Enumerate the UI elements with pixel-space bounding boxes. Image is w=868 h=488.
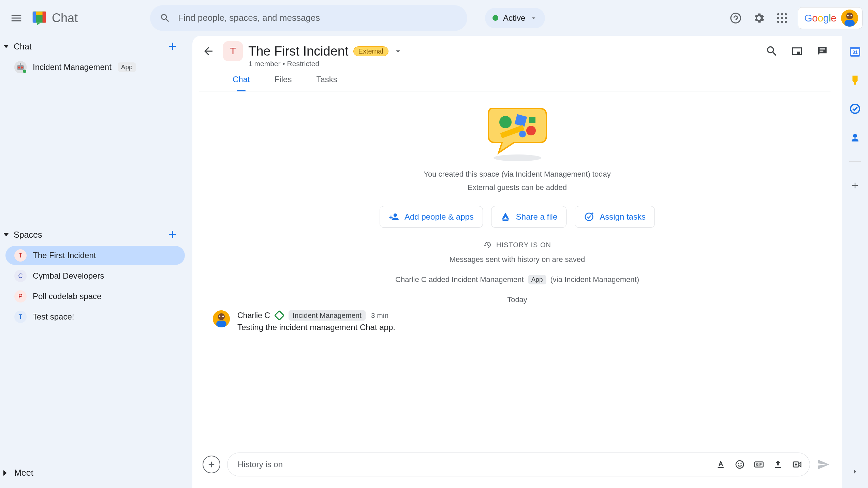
space-item-test[interactable]: T Test space! (5, 307, 185, 326)
svg-marker-4 (37, 23, 41, 25)
svg-point-11 (777, 20, 779, 23)
thread-panel-button[interactable] (814, 43, 830, 59)
chevron-right-icon (851, 467, 859, 476)
message-header: Charlie C Incident Management 3 min (237, 310, 828, 321)
intro-actions: Add people & apps Share a file Assign ta… (380, 206, 655, 228)
svg-point-30 (519, 131, 526, 137)
svg-point-13 (785, 20, 787, 23)
chat-message: Charlie C Incident Management 3 min Test… (192, 304, 842, 332)
svg-point-7 (785, 13, 787, 15)
app-badge: App (528, 275, 546, 284)
tab-chat[interactable]: Chat (233, 75, 250, 91)
message-text: Testing the incident management Chat app… (237, 323, 828, 332)
keep-icon (849, 74, 861, 86)
upload-icon (773, 459, 783, 470)
video-meet-button[interactable] (791, 459, 803, 470)
composer-input[interactable] (237, 459, 715, 470)
app-layout: Chat + Incident Management App Spaces + … (0, 36, 868, 488)
svg-rect-51 (854, 83, 856, 85)
message-timestamp: 3 min (371, 311, 388, 320)
message-avatar[interactable] (213, 310, 230, 327)
space-title-button[interactable]: The First Incident External (248, 44, 403, 59)
history-indicator: HISTORY IS ON (483, 241, 551, 249)
pip-icon (791, 45, 804, 58)
svg-point-53 (853, 134, 857, 138)
rail-addons[interactable] (848, 179, 862, 192)
chevron-down-icon (530, 14, 538, 22)
chat-item-incident-management[interactable]: Incident Management App (5, 58, 185, 77)
search-icon (765, 45, 778, 58)
svg-point-26 (499, 116, 512, 128)
svg-point-39 (222, 315, 224, 317)
rail-keep[interactable] (848, 73, 862, 87)
meet-section-label: Meet (14, 468, 33, 478)
svg-rect-37 (216, 321, 226, 327)
spaces-section-label: Spaces (14, 230, 42, 240)
send-button[interactable] (817, 458, 830, 471)
space-avatar: T (223, 41, 243, 61)
app-name: Chat (52, 11, 78, 25)
main-panel: T The First Incident External 1 member •… (192, 36, 842, 488)
contacts-icon (850, 132, 860, 143)
space-subtitle: 1 member • Restricted (248, 60, 830, 68)
svg-point-24 (23, 70, 26, 73)
help-button[interactable] (725, 7, 747, 29)
share-file-label: Share a file (516, 212, 557, 222)
tab-files[interactable]: Files (275, 75, 292, 91)
caret-right-icon (3, 470, 10, 476)
main-wrap: T The First Incident External 1 member •… (192, 36, 868, 488)
chat-logo[interactable]: Chat (31, 10, 78, 26)
apps-button[interactable] (771, 7, 793, 29)
system-message: Charlie C added Incident Management App … (395, 275, 639, 284)
svg-point-18 (851, 15, 852, 16)
google-logo: Google (804, 12, 836, 24)
rail-calendar[interactable]: 31 (848, 45, 862, 58)
rail-collapse-button[interactable] (848, 465, 862, 478)
svg-point-36 (218, 313, 225, 320)
svg-point-41 (738, 463, 739, 464)
search-input[interactable] (177, 12, 458, 24)
message-composer[interactable]: GIF (227, 453, 810, 476)
space-item-cymbal[interactable]: C Cymbal Developers (5, 266, 185, 285)
picture-in-picture-button[interactable] (789, 43, 805, 59)
chat-section-header[interactable]: Chat + (1, 36, 189, 57)
spaces-section-header[interactable]: Spaces + (1, 224, 189, 245)
share-file-button[interactable]: Share a file (491, 206, 567, 228)
settings-button[interactable] (748, 7, 770, 29)
app-badge: App (118, 62, 136, 72)
gif-button[interactable]: GIF (753, 459, 765, 470)
message-author[interactable]: Charlie C (237, 311, 270, 320)
space-item-first-incident[interactable]: T The First Incident (5, 246, 185, 265)
space-item-poll[interactable]: P Poll codelab space (5, 287, 185, 306)
new-space-button[interactable]: + (164, 227, 181, 242)
svg-point-5 (777, 13, 779, 15)
main-menu-button[interactable] (5, 7, 27, 29)
space-search-button[interactable] (764, 43, 780, 59)
google-account-button[interactable]: Google (798, 7, 863, 29)
emoji-button[interactable] (734, 459, 746, 470)
bot-avatar-icon (14, 61, 27, 73)
composer-add-button[interactable] (203, 456, 220, 473)
format-button[interactable] (715, 459, 726, 470)
status-label: Active (503, 13, 525, 23)
search-bar[interactable] (150, 5, 467, 31)
add-people-button[interactable]: Add people & apps (380, 206, 483, 228)
upload-button[interactable] (772, 459, 784, 470)
svg-point-9 (781, 17, 783, 19)
rail-tasks[interactable] (848, 102, 862, 116)
meet-section-header[interactable]: Meet (1, 461, 189, 488)
space-avatar-icon: T (14, 311, 27, 323)
composer-toolbar: GIF (715, 459, 803, 470)
status-selector[interactable]: Active (485, 8, 545, 28)
new-chat-button[interactable]: + (164, 39, 181, 54)
rail-contacts[interactable] (848, 131, 862, 144)
space-name: The First Incident (248, 44, 349, 59)
help-icon (729, 12, 742, 25)
assign-tasks-button[interactable]: Assign tasks (575, 206, 655, 228)
history-title: HISTORY IS ON (496, 241, 551, 249)
plus-icon (207, 460, 216, 469)
tab-tasks[interactable]: Tasks (316, 75, 337, 91)
back-button[interactable] (199, 42, 218, 60)
space-illustration-icon (482, 102, 553, 163)
video-plus-icon (792, 459, 802, 470)
